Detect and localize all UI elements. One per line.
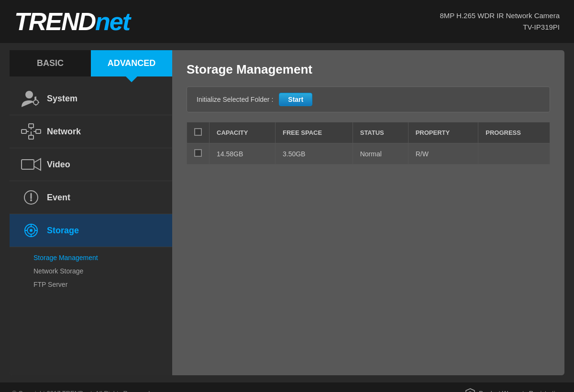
svg-rect-15 <box>22 160 34 169</box>
tab-advanced[interactable]: ADVANCED <box>91 50 172 76</box>
tab-bar: BASIC ADVANCED <box>10 50 172 76</box>
header: TRENDnet 8MP H.265 WDR IR Network Camera… <box>0 0 574 43</box>
row-capacity: 14.58GB <box>210 143 276 164</box>
storage-label: Storage <box>47 226 79 236</box>
network-icon <box>19 122 43 141</box>
row-checkbox-cell <box>187 143 210 164</box>
select-all-checkbox[interactable] <box>194 128 202 136</box>
col-progress: PROGRESS <box>478 122 550 143</box>
submenu-network-storage[interactable]: Network Storage <box>24 264 172 278</box>
svg-rect-9 <box>36 130 41 133</box>
sidebar-item-storage[interactable]: Storage <box>10 214 172 247</box>
product-line2: TV-IP319PI <box>440 22 560 33</box>
content-area: Storage Management Initialize Selected F… <box>172 50 564 375</box>
video-label: Video <box>47 160 70 170</box>
row-free-space: 3.50GB <box>275 143 353 164</box>
logo: TRENDnet <box>14 7 130 36</box>
sidebar: BASIC ADVANCED <box>10 50 172 375</box>
main-container: BASIC ADVANCED <box>10 50 564 375</box>
storage-icon <box>19 221 43 240</box>
network-label: Network <box>47 127 81 137</box>
logo-trend: TREND <box>14 8 95 35</box>
col-free-space: FREE SPACE <box>275 122 353 143</box>
event-icon <box>19 188 43 207</box>
system-icon <box>19 89 43 108</box>
storage-submenu: Storage Management Network Storage FTP S… <box>10 247 172 295</box>
page-title: Storage Management <box>187 62 550 77</box>
col-checkbox <box>187 122 210 143</box>
row-property: R/W <box>408 143 478 164</box>
event-label: Event <box>47 193 70 203</box>
col-status: STATUS <box>353 122 408 143</box>
footer: © Copyright 2017 TRENDnet. All Rights Re… <box>0 382 574 392</box>
warranty-section[interactable]: P Product Warranty Registration <box>465 388 562 392</box>
svg-rect-7 <box>29 124 33 128</box>
col-capacity: CAPACITY <box>210 122 276 143</box>
row-checkbox[interactable] <box>194 149 202 157</box>
tab-basic[interactable]: BASIC <box>10 50 91 76</box>
svg-rect-6 <box>22 130 26 133</box>
row-status: Normal <box>353 143 408 164</box>
svg-point-1 <box>33 100 38 105</box>
warranty-label: Product Warranty Registration <box>479 390 562 392</box>
init-label: Initialize Selected Folder : <box>197 96 273 103</box>
submenu-ftp-server[interactable]: FTP Server <box>24 278 172 291</box>
svg-point-0 <box>25 91 33 98</box>
row-progress <box>478 143 550 164</box>
sidebar-item-event[interactable]: Event <box>10 181 172 214</box>
svg-marker-16 <box>34 159 41 170</box>
initialize-bar: Initialize Selected Folder : Start <box>187 87 550 112</box>
col-property: PROPERTY <box>408 122 478 143</box>
table-header-row: CAPACITY FREE SPACE STATUS PROPERTY PROG… <box>187 122 550 143</box>
logo-net: net <box>95 8 130 35</box>
sidebar-item-network[interactable]: Network <box>10 115 172 148</box>
video-icon <box>19 155 43 174</box>
svg-point-19 <box>30 199 32 201</box>
svg-rect-8 <box>29 135 33 139</box>
nav-items: System Networ <box>10 82 172 295</box>
svg-point-22 <box>30 229 33 232</box>
system-label: System <box>47 94 77 104</box>
storage-table: CAPACITY FREE SPACE STATUS PROPERTY PROG… <box>187 122 550 164</box>
product-info: 8MP H.265 WDR IR Network Camera TV-IP319… <box>440 10 560 33</box>
sidebar-item-system[interactable]: System <box>10 82 172 115</box>
product-line1: 8MP H.265 WDR IR Network Camera <box>440 10 560 22</box>
start-button[interactable]: Start <box>279 93 312 106</box>
submenu-storage-management[interactable]: Storage Management <box>24 251 172 264</box>
table-row: 14.58GB 3.50GB Normal R/W <box>187 143 550 164</box>
shield-icon: P <box>465 388 475 392</box>
sidebar-item-video[interactable]: Video <box>10 148 172 181</box>
copyright: © Copyright 2017 TRENDnet. All Rights Re… <box>12 390 152 392</box>
